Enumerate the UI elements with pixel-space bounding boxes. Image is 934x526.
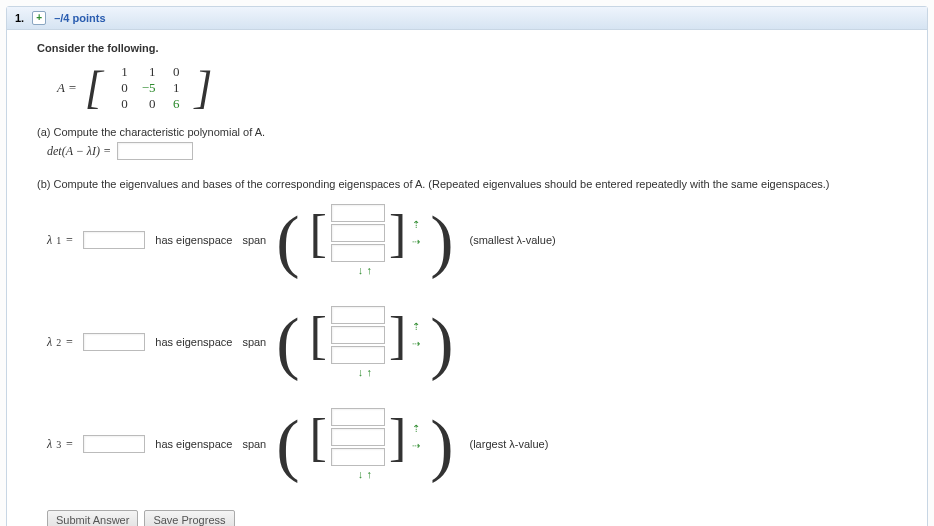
span-label: span <box>242 336 266 348</box>
span-label: span <box>242 438 266 450</box>
vec3-row1-input[interactable] <box>331 408 385 426</box>
lambda1-note: (smallest λ-value) <box>470 234 556 246</box>
det-input[interactable] <box>117 142 193 160</box>
vec1-row2-input[interactable] <box>331 224 385 242</box>
lambda-symbol: λ <box>47 437 52 452</box>
points-label: –/4 points <box>54 12 105 24</box>
arrow-right-icon[interactable]: ⇢ <box>412 236 420 247</box>
arrow-up-icon[interactable]: ⇡ <box>412 423 420 434</box>
arrow-down-icon[interactable]: ↓ <box>358 264 364 276</box>
prompt-text: Consider the following. <box>37 42 897 54</box>
arrow-upd-icon[interactable]: ↑ <box>366 468 372 480</box>
matrix-label: A = <box>57 80 77 96</box>
arrow-up-icon[interactable]: ⇡ <box>412 219 420 230</box>
matrix-cell: 1 <box>169 80 179 96</box>
question-body: Consider the following. A = [ 1 1 0 0 −5… <box>7 30 927 526</box>
save-progress-button[interactable]: Save Progress <box>144 510 234 526</box>
part-a-label: (a) Compute the characteristic polynomia… <box>37 126 897 138</box>
matrix-cell: 0 <box>169 64 179 80</box>
arrow-down-icon[interactable]: ↓ <box>358 468 364 480</box>
paren-right-icon: ) <box>430 318 453 367</box>
lambda-label-3: λ3 = <box>47 437 73 452</box>
remove-add-row-icons[interactable]: ⇡ ⇢ <box>412 423 420 451</box>
submit-button[interactable]: Submit Answer <box>47 510 138 526</box>
question-header: 1. + –/4 points <box>7 7 927 30</box>
vec3-row3-input[interactable] <box>331 448 385 466</box>
equals-sign: = <box>65 335 73 350</box>
arrow-right-icon[interactable]: ⇢ <box>412 440 420 451</box>
vec3-row2-input[interactable] <box>331 428 385 446</box>
matrix-left-bracket-icon: [ <box>85 70 103 107</box>
question-card: 1. + –/4 points Consider the following. … <box>6 6 928 526</box>
has-eigenspace-label: has eigenspace <box>155 234 232 246</box>
vec1-row1-input[interactable] <box>331 204 385 222</box>
question-number: 1. <box>15 12 24 24</box>
matrix-right-bracket-icon: ] <box>194 70 212 107</box>
matrix-cell: −5 <box>142 80 156 96</box>
matrix-cell: 1 <box>145 64 155 80</box>
matrix-cell: 1 <box>118 64 128 80</box>
matrix-cell: 0 <box>145 96 155 112</box>
button-row: Submit Answer Save Progress <box>47 510 887 526</box>
col-arrows[interactable]: ↓ ↑ <box>358 468 372 480</box>
arrow-upd-icon[interactable]: ↑ <box>366 264 372 276</box>
equals-sign: = <box>65 233 73 248</box>
eigen-row-3: λ3 = has eigenspace span ( [ ] ⇡ ⇢ <box>47 408 897 480</box>
arrow-upd-icon[interactable]: ↑ <box>366 366 372 378</box>
paren-left-icon: ( <box>276 318 299 367</box>
eigen-row-2: λ2 = has eigenspace span ( [ ] ⇡ ⇢ <box>47 306 897 378</box>
has-eigenspace-label: has eigenspace <box>155 438 232 450</box>
lambda-label-2: λ2 = <box>47 335 73 350</box>
remove-add-row-icons[interactable]: ⇡ ⇢ <box>412 219 420 247</box>
vector-right-bracket-icon: ] <box>389 418 406 457</box>
vector-entry-2: [ ] ⇡ ⇢ ↓ ↑ <box>310 306 421 378</box>
matrix-display: A = [ 1 1 0 0 −5 1 0 0 6 ] <box>57 64 897 112</box>
lambda-subscript: 3 <box>56 439 61 450</box>
vector-right-bracket-icon: ] <box>389 316 406 355</box>
paren-right-icon: ) <box>430 420 453 469</box>
lambda-label-1: λ1 = <box>47 233 73 248</box>
arrow-down-icon[interactable]: ↓ <box>358 366 364 378</box>
arrow-up-icon[interactable]: ⇡ <box>412 321 420 332</box>
lambda3-note: (largest λ-value) <box>470 438 549 450</box>
vector-left-bracket-icon: [ <box>310 316 327 355</box>
lambda3-input[interactable] <box>83 435 145 453</box>
vector-right-bracket-icon: ] <box>389 214 406 253</box>
remove-add-row-icons[interactable]: ⇡ ⇢ <box>412 321 420 349</box>
matrix-cell: 6 <box>169 96 179 112</box>
equals-sign: = <box>65 437 73 452</box>
vector-left-bracket-icon: [ <box>310 214 327 253</box>
lambda1-input[interactable] <box>83 231 145 249</box>
vec2-row3-input[interactable] <box>331 346 385 364</box>
vec2-row2-input[interactable] <box>331 326 385 344</box>
vector-entry-3: [ ] ⇡ ⇢ ↓ ↑ <box>310 408 421 480</box>
lambda-symbol: λ <box>47 233 52 248</box>
paren-left-icon: ( <box>276 420 299 469</box>
arrow-right-icon[interactable]: ⇢ <box>412 338 420 349</box>
part-b-label: (b) Compute the eigenvalues and bases of… <box>37 178 897 190</box>
paren-left-icon: ( <box>276 216 299 265</box>
matrix-cell: 0 <box>118 80 128 96</box>
vec2-row1-input[interactable] <box>331 306 385 324</box>
det-row: det(A − λI) = <box>47 142 897 160</box>
col-arrows[interactable]: ↓ ↑ <box>358 366 372 378</box>
vector-entry-1: [ ] ⇡ ⇢ ↓ ↑ <box>310 204 421 276</box>
det-label: det(A − λI) = <box>47 144 111 159</box>
lambda-subscript: 1 <box>56 235 61 246</box>
paren-right-icon: ) <box>430 216 453 265</box>
col-arrows[interactable]: ↓ ↑ <box>358 264 372 276</box>
vector-left-bracket-icon: [ <box>310 418 327 457</box>
matrix-cell: 0 <box>118 96 128 112</box>
eigen-row-1: λ1 = has eigenspace span ( [ ] ⇡ ⇢ <box>47 204 897 276</box>
matrix-A: 1 1 0 0 −5 1 0 0 6 <box>111 64 187 112</box>
has-eigenspace-label: has eigenspace <box>155 336 232 348</box>
lambda2-input[interactable] <box>83 333 145 351</box>
vec1-row3-input[interactable] <box>331 244 385 262</box>
span-label: span <box>242 234 266 246</box>
expand-toggle-icon[interactable]: + <box>32 11 46 25</box>
lambda-symbol: λ <box>47 335 52 350</box>
lambda-subscript: 2 <box>56 337 61 348</box>
